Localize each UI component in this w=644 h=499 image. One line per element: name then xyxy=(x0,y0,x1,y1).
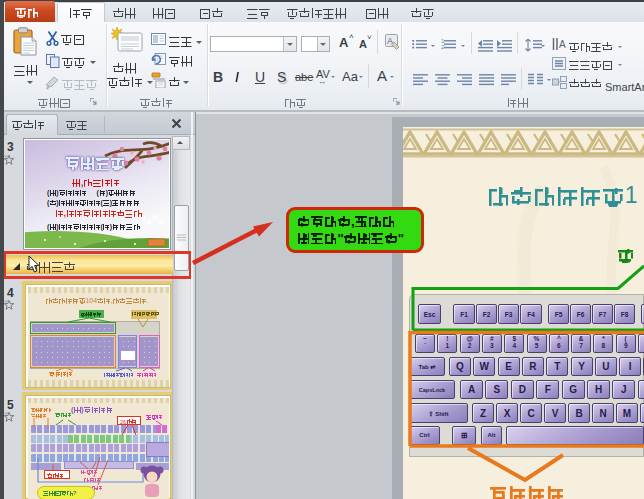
svg-text:A: A xyxy=(559,39,566,50)
